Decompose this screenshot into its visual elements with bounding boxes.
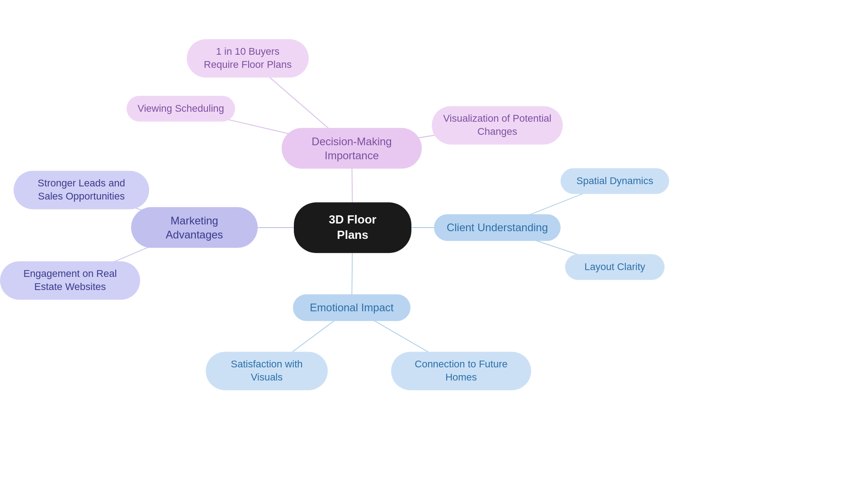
- stronger-leads-label: Stronger Leads and Sales Opportunities: [24, 177, 138, 203]
- connection-future-label: Connection to Future Homes: [402, 358, 520, 384]
- floor-plans-buyers-node: 1 in 10 Buyers Require Floor Plans: [187, 39, 309, 77]
- mind-map-container: 3D Floor Plans Decision-Making Importanc…: [0, 0, 868, 490]
- client-understanding-label: Client Understanding: [447, 220, 548, 234]
- satisfaction-node: Satisfaction with Visuals: [206, 352, 328, 390]
- connection-future-node: Connection to Future Homes: [391, 352, 531, 390]
- decision-making-node: Decision-Making Importance: [282, 128, 422, 169]
- visualization-node: Visualization of Potential Changes: [432, 106, 563, 144]
- layout-clarity-node: Layout Clarity: [565, 254, 665, 280]
- spatial-dynamics-node: Spatial Dynamics: [561, 168, 669, 194]
- center-label: 3D Floor Plans: [314, 212, 392, 243]
- satisfaction-label: Satisfaction with Visuals: [217, 358, 317, 384]
- visualization-label: Visualization of Potential Changes: [443, 112, 552, 138]
- connections-svg: [0, 0, 868, 490]
- marketing-advantages-label: Marketing Advantages: [142, 214, 247, 242]
- stronger-leads-node: Stronger Leads and Sales Opportunities: [14, 171, 149, 209]
- client-understanding-node: Client Understanding: [434, 214, 561, 241]
- engagement-label: Engagement on Real Estate Websites: [11, 267, 129, 293]
- layout-clarity-label: Layout Clarity: [585, 261, 646, 274]
- spatial-dynamics-label: Spatial Dynamics: [576, 175, 653, 188]
- floor-plans-buyers-label: 1 in 10 Buyers Require Floor Plans: [198, 45, 298, 71]
- marketing-advantages-node: Marketing Advantages: [131, 207, 258, 248]
- decision-making-label: Decision-Making Importance: [292, 134, 411, 162]
- viewing-scheduling-node: Viewing Scheduling: [127, 96, 235, 122]
- emotional-impact-node: Emotional Impact: [293, 294, 410, 321]
- engagement-node: Engagement on Real Estate Websites: [0, 261, 140, 300]
- emotional-impact-label: Emotional Impact: [310, 300, 393, 314]
- viewing-scheduling-label: Viewing Scheduling: [137, 102, 224, 115]
- center-node: 3D Floor Plans: [294, 202, 411, 253]
